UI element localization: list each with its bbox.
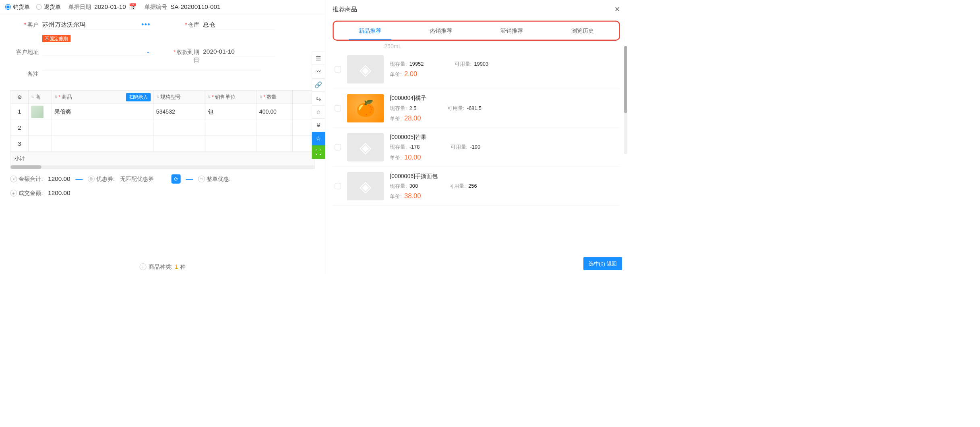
chevron-down-icon: ⌄ [146, 48, 151, 55]
coupon-icon: 券 [88, 176, 95, 182]
list-item: ◈ [0000005]芒果 现存量:-178 可用量:-190 单价:10.00 [333, 128, 620, 167]
cell-product[interactable]: 果倍爽 [52, 104, 154, 120]
address-select[interactable]: ⌄ [42, 47, 151, 56]
address-label: 客户地址 [10, 47, 39, 56]
product-image-orange: 🍊 [347, 94, 384, 122]
col-image[interactable]: ⇅商 [29, 91, 52, 104]
product-grid: ⚙ ⇅商 ⇅*商品 扫码录入 ⇅规格型号 ⇅*销售单位 ⇅*数量 1 果倍爽 5… [10, 90, 315, 169]
product-title: [0000004]橘子 [390, 94, 620, 102]
stock-value: 19952 [409, 61, 424, 67]
truncated-product-title: 250mL [333, 44, 620, 50]
refresh-coupon-button[interactable]: ⟳ [172, 174, 181, 184]
price-value: 2.00 [404, 70, 417, 78]
deal-amount-value: 1200.00 [48, 189, 70, 197]
doc-date-value[interactable]: 2020-01-10 [94, 3, 126, 10]
tool-exchange-icon[interactable]: ⇆ [312, 92, 325, 105]
product-title: [0000005]芒果 [390, 133, 620, 141]
due-date-input[interactable]: 2020-01-10 [203, 47, 275, 56]
radio-sales-label: 销货单 [13, 3, 30, 11]
product-image-placeholder: ◈ [347, 133, 384, 161]
tab-browse-history[interactable]: 浏览历史 [547, 23, 618, 39]
product-checkbox[interactable] [335, 105, 341, 111]
list-item: ◈ 现存量:19952 可用量:19903 单价:2.00 [333, 50, 620, 89]
whole-discount-label: 整单优惠: [207, 175, 231, 183]
deal-amount-label: 成交金额: [19, 189, 43, 197]
selected-return-button[interactable]: 选中(0) 返回 [583, 257, 622, 270]
col-qty[interactable]: ⇅*数量 [256, 91, 293, 104]
customer-input[interactable]: 苏州万达沃尔玛 ••• [42, 19, 151, 30]
tool-list-icon[interactable]: ☰ [312, 52, 325, 65]
product-thumb [31, 106, 43, 118]
subtotal-row: 小计 [10, 152, 314, 165]
account-period-badge: 不固定账期 [42, 35, 70, 42]
product-image-placeholder: ◈ [347, 172, 384, 200]
grid-settings-button[interactable]: ⚙ [10, 91, 29, 104]
col-spec[interactable]: ⇅规格型号 [153, 91, 205, 104]
recommend-tabs-highlight: 新品推荐 热销推荐 滞销推荐 浏览历史 [333, 21, 620, 41]
product-checkbox[interactable] [335, 144, 341, 150]
discount-icon: % [198, 176, 205, 182]
calendar-icon[interactable]: 📅 [129, 3, 136, 10]
scan-input-badge[interactable]: 扫码录入 [126, 93, 151, 101]
col-product[interactable]: ⇅*商品 扫码录入 [52, 91, 154, 104]
more-dots-icon[interactable]: ••• [141, 21, 151, 29]
radio-unchecked-icon [36, 4, 42, 10]
cell-spec[interactable]: 534532 [153, 104, 205, 120]
radio-sales-order[interactable]: 销货单 [5, 3, 30, 11]
recommend-panel-title: 推荐商品 [333, 5, 357, 13]
tab-slow-recommend[interactable]: 滞销推荐 [476, 23, 547, 39]
warehouse-input[interactable]: 总仓 [203, 19, 275, 30]
info-icon: i [140, 263, 147, 270]
tab-hot-recommend[interactable]: 热销推荐 [405, 23, 476, 39]
warehouse-label: *仓库 [171, 19, 199, 29]
table-row[interactable]: 2 [10, 120, 314, 136]
tool-bookmark-icon[interactable]: ⌂ [312, 105, 325, 118]
tool-chart-icon[interactable]: 〰 [312, 65, 325, 78]
list-item: 🍊 [0000004]橘子 现存量:2.5 可用量:-681.5 单价:28.0… [333, 89, 620, 128]
amount-total-label: 金额合计: [19, 175, 43, 183]
cell-qty[interactable]: 400.00 [256, 104, 293, 120]
coupon-input[interactable] [120, 176, 166, 182]
tool-link-icon[interactable]: 🔗 [312, 79, 325, 92]
tool-star-icon[interactable]: ☆ [312, 132, 325, 145]
product-kinds-value: 1 [175, 263, 178, 270]
product-kinds-label: 商品种类: [149, 263, 173, 271]
minus-icon: — [75, 175, 83, 183]
radio-return-order[interactable]: 退货单 [36, 3, 61, 11]
amount-total-value: 1200.00 [48, 175, 70, 182]
close-icon[interactable]: ✕ [614, 5, 620, 13]
currency-icon: ¥ [10, 176, 17, 182]
remark-label: 备注 [10, 68, 39, 78]
doc-num-label: 单据编号 [145, 3, 167, 11]
customer-label: *客户 [10, 19, 39, 30]
coupon-label: 优惠券: [96, 175, 115, 183]
product-checkbox[interactable] [335, 183, 341, 189]
product-kinds-unit: 种 [180, 263, 186, 271]
cell-unit[interactable]: 包 [205, 104, 256, 120]
table-row[interactable]: 3 [10, 136, 314, 152]
col-unit[interactable]: ⇅*销售单位 [205, 91, 256, 104]
vertical-scrollbar[interactable] [624, 46, 627, 154]
doc-num-value: SA-20200110-001 [170, 3, 221, 10]
deal-icon: ◈ [10, 190, 17, 197]
avail-value: 19903 [474, 61, 488, 67]
horizontal-scrollbar[interactable] [10, 165, 314, 169]
product-title: [0000006]手撕面包 [390, 172, 620, 180]
remark-input[interactable] [42, 68, 261, 71]
tab-new-recommend[interactable]: 新品推荐 [335, 23, 405, 39]
product-checkbox[interactable] [335, 66, 341, 72]
tool-currency-icon[interactable]: ¥ [312, 118, 325, 132]
product-image-placeholder: ◈ [347, 55, 384, 83]
minus-icon: — [186, 175, 193, 183]
tool-expand-icon[interactable]: ⛶ [312, 145, 325, 159]
table-row[interactable]: 1 果倍爽 534532 包 400.00 [10, 104, 314, 120]
doc-date-label: 单据日期 [68, 3, 91, 11]
radio-return-label: 退货单 [44, 3, 61, 11]
due-date-label: *收款到期日 [171, 47, 199, 64]
row-index: 1 [10, 104, 29, 120]
list-item: ◈ [0000006]手撕面包 现存量:300 可用量:256 单价:38.00 [333, 167, 620, 206]
radio-checked-icon [5, 4, 11, 10]
